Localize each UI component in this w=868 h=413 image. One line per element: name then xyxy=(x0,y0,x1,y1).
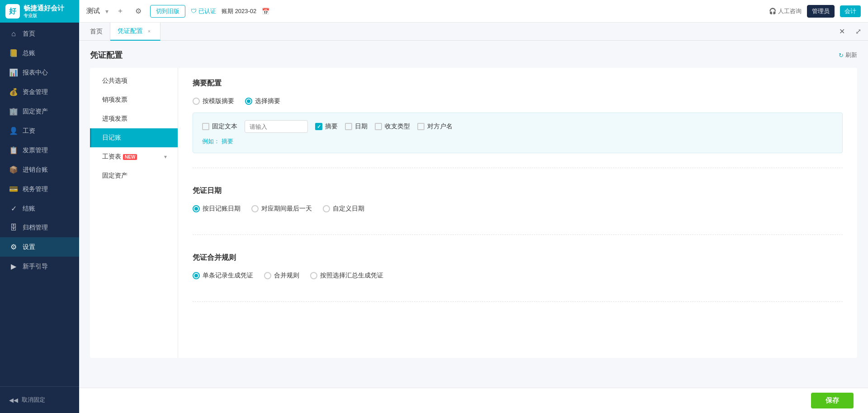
journal-date-option[interactable]: 按日记账日期 xyxy=(193,205,241,213)
reports-icon: 📊 xyxy=(9,68,18,77)
sidebar-item-funds[interactable]: 💰 资金管理 xyxy=(0,82,79,102)
config-nav-purchase-invoice[interactable]: 进项发票 xyxy=(90,109,178,128)
summary-checkbox-item[interactable]: 摘要 xyxy=(315,122,338,131)
sidebar-item-invoice[interactable]: 📋 发票管理 xyxy=(0,141,79,160)
custom-date-option[interactable]: 自定义日期 xyxy=(323,205,364,213)
period-last-label: 对应期间最后一天 xyxy=(261,205,312,213)
config-main: 摘要配置 按模版摘要 选择摘要 xyxy=(178,68,857,358)
single-label: 单条记录生成凭证 xyxy=(203,272,253,280)
sidebar-item-settings[interactable]: ⚙ 设置 xyxy=(0,237,79,257)
summary-template-option[interactable]: 按模版摘要 xyxy=(193,97,234,105)
service-button[interactable]: 🎧 人工咨询 xyxy=(769,7,802,15)
summary-template-radio[interactable] xyxy=(193,98,200,105)
summary-checkbox[interactable] xyxy=(315,123,322,130)
verified-label: 已认证 xyxy=(198,7,216,15)
tabbar: 首页 凭证配置 × ✕ ⤢ xyxy=(79,23,868,41)
company-dropdown-icon[interactable]: ▾ xyxy=(105,8,108,15)
sidebar-item-tax[interactable]: 💳 税务管理 xyxy=(0,179,79,199)
config-nav-journal[interactable]: 日记账 xyxy=(90,128,178,147)
single-radio[interactable] xyxy=(193,272,200,279)
tab-close-button[interactable]: × xyxy=(146,28,153,35)
sidebar-item-label-wages: 工资 xyxy=(23,127,35,135)
counterpart-label: 对方户名 xyxy=(427,122,453,131)
refresh-button[interactable]: ↻ 刷新 xyxy=(839,51,857,59)
sidebar-item-label-ledger: 总账 xyxy=(23,49,35,57)
config-nav-sales-invoice[interactable]: 销项发票 xyxy=(90,90,178,109)
funds-icon: 💰 xyxy=(9,88,18,96)
home-icon: ⌂ xyxy=(9,30,18,38)
fixed-text-input[interactable] xyxy=(245,120,308,133)
merge-rule-radio[interactable] xyxy=(264,272,271,279)
calendar-icon[interactable]: 📅 xyxy=(262,8,269,15)
date-section-title: 凭证日期 xyxy=(193,186,843,196)
select-merge-option[interactable]: 按照选择汇总生成凭证 xyxy=(310,272,383,280)
settings-gear-button[interactable]: ⚙ xyxy=(132,5,145,18)
merge-rule-option[interactable]: 合并规则 xyxy=(264,272,299,280)
accountant-button[interactable]: 会计 xyxy=(840,5,861,17)
shield-icon: 🛡 xyxy=(191,8,197,14)
income-type-checkbox-item[interactable]: 收支类型 xyxy=(375,122,410,131)
verified-status: 🛡 已认证 xyxy=(191,7,216,15)
summary-section: 摘要配置 按模版摘要 选择摘要 xyxy=(193,79,843,168)
sidebar: 好 畅捷通好会计 专业版 ⌂ 首页 📒 总账 📊 报表中心 💰 资金管理 🏢 固… xyxy=(0,0,79,413)
summary-options-row: 固定文本 摘要 日期 xyxy=(202,120,833,133)
sidebar-logo: 好 畅捷通好会计 专业版 xyxy=(0,0,79,23)
summary-select-option[interactable]: 选择摘要 xyxy=(245,97,280,105)
sidebar-item-guide[interactable]: ▶ 新手引导 xyxy=(0,257,79,276)
select-merge-radio[interactable] xyxy=(310,272,317,279)
counterpart-checkbox[interactable] xyxy=(417,123,425,130)
sidebar-item-sales[interactable]: 📦 进销台账 xyxy=(0,160,79,179)
summary-select-radio[interactable] xyxy=(245,98,252,105)
fixed-text-checkbox-item[interactable]: 固定文本 xyxy=(202,122,237,131)
custom-date-radio[interactable] xyxy=(323,205,330,212)
single-option[interactable]: 单条记录生成凭证 xyxy=(193,272,253,280)
date-checkbox[interactable] xyxy=(345,123,352,130)
collapse-label: 取消固定 xyxy=(22,396,45,404)
refresh-icon: ↻ xyxy=(839,52,844,59)
config-nav-public[interactable]: 公共选项 xyxy=(90,71,178,90)
sidebar-item-settle[interactable]: ✓ 结账 xyxy=(0,199,79,218)
page-title: 凭证配置 xyxy=(90,50,123,61)
collapse-sidebar-button[interactable]: ◀◀ 取消固定 xyxy=(0,391,79,408)
journal-date-radio[interactable] xyxy=(193,205,200,212)
service-label: 人工咨询 xyxy=(778,7,802,15)
merge-radio-group: 单条记录生成凭证 合并规则 按照选择汇总生成凭证 xyxy=(193,272,843,280)
switch-old-button[interactable]: 切到旧版 xyxy=(150,5,185,18)
sidebar-item-home[interactable]: ⌂ 首页 xyxy=(0,24,79,43)
add-button[interactable]: ＋ xyxy=(114,5,127,18)
sidebar-item-archive[interactable]: 🗄 归档管理 xyxy=(0,218,79,237)
fixed-text-checkbox[interactable] xyxy=(202,123,209,130)
sidebar-item-wages[interactable]: 👤 工资 xyxy=(0,121,79,141)
tab-home-label: 首页 xyxy=(90,28,103,36)
sidebar-item-ledger[interactable]: 📒 总账 xyxy=(0,43,79,63)
close-tab-button[interactable]: ✕ xyxy=(835,25,848,38)
income-type-checkbox[interactable] xyxy=(375,123,382,130)
content-area: 凭证配置 ↻ 刷新 公共选项 销项发票 进项发票 日记账 xyxy=(79,41,868,413)
summary-radio-group: 按模版摘要 选择摘要 xyxy=(193,97,843,105)
config-nav-salary-table[interactable]: 工资表 NEW ▾ xyxy=(90,147,178,166)
config-layout: 公共选项 销项发票 进项发票 日记账 工资表 NEW ▾ 固定资产 xyxy=(90,68,857,358)
sidebar-item-label-settings: 设置 xyxy=(23,243,35,251)
save-button[interactable]: 保存 xyxy=(811,393,854,408)
main-content: 凭证配置 ↻ 刷新 公共选项 销项发票 进项发票 日记账 xyxy=(79,41,868,413)
sidebar-item-label-settle: 结账 xyxy=(23,205,35,213)
period-last-option[interactable]: 对应期间最后一天 xyxy=(251,205,312,213)
period-last-radio[interactable] xyxy=(251,205,259,212)
refresh-label: 刷新 xyxy=(845,51,857,59)
date-checkbox-item[interactable]: 日期 xyxy=(345,122,368,131)
invoice-icon: 📋 xyxy=(9,146,18,155)
assets-icon: 🏢 xyxy=(9,107,18,116)
tab-home[interactable]: 首页 xyxy=(83,23,110,41)
settle-icon: ✓ xyxy=(9,204,18,213)
tabbar-actions: ✕ ⤢ xyxy=(835,25,868,38)
sidebar-item-reports[interactable]: 📊 报表中心 xyxy=(0,63,79,82)
maximize-button[interactable]: ⤢ xyxy=(852,25,864,38)
tab-voucher-config[interactable]: 凭证配置 × xyxy=(110,23,160,41)
config-nav-fixed-assets[interactable]: 固定资产 xyxy=(90,166,178,185)
counterpart-checkbox-item[interactable]: 对方户名 xyxy=(417,122,453,131)
sidebar-item-label-guide: 新手引导 xyxy=(23,263,48,271)
settings-icon: ⚙ xyxy=(9,243,18,251)
user-button[interactable]: 管理员 xyxy=(807,5,835,18)
sidebar-item-assets[interactable]: 🏢 固定资产 xyxy=(0,102,79,121)
select-merge-label: 按照选择汇总生成凭证 xyxy=(320,272,383,280)
